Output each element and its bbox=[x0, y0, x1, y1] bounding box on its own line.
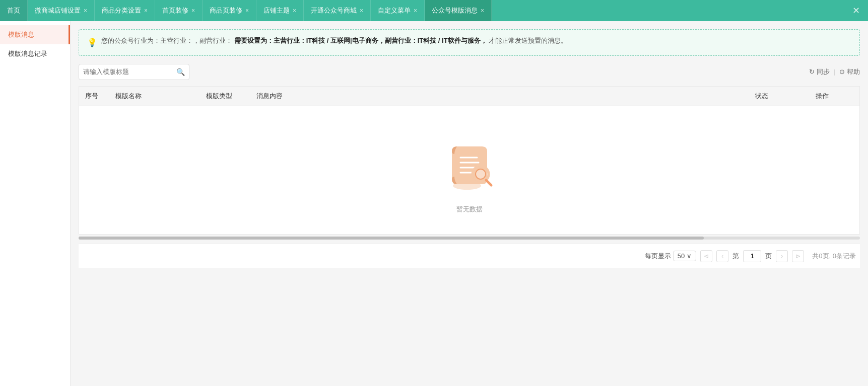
sync-button[interactable]: ↻ 同步 bbox=[809, 67, 830, 76]
empty-state-icon bbox=[439, 136, 500, 197]
tab-custom-menu-label: 自定义菜单 bbox=[378, 6, 411, 15]
scrollbar-thumb[interactable] bbox=[79, 237, 704, 240]
sidebar-item-template-message[interactable]: 模版消息 bbox=[0, 25, 70, 44]
next-page-button[interactable]: › bbox=[776, 250, 788, 262]
notice-text: 您的公众号行业为：主营行业：，副营行业： 需要设置为：主营行业：IT科技 / 互… bbox=[101, 36, 567, 46]
prev-page-button[interactable]: ‹ bbox=[716, 250, 728, 262]
tab-shop-settings[interactable]: 微商城店铺设置 × bbox=[28, 0, 95, 21]
tab-store-theme[interactable]: 店铺主题 × bbox=[256, 0, 304, 21]
col-type: 模版类型 bbox=[200, 86, 250, 106]
horizontal-scrollbar[interactable] bbox=[79, 237, 860, 242]
col-index: 序号 bbox=[79, 86, 109, 106]
table-empty-cell: 暂无数据 bbox=[79, 106, 860, 234]
tab-store-theme-close[interactable]: × bbox=[293, 7, 296, 14]
tab-open-wechat-mall-label: 开通公众号商城 bbox=[311, 6, 357, 15]
tab-category-settings[interactable]: 商品分类设置 × bbox=[95, 0, 155, 21]
tab-home-decoration-label: 首页装修 bbox=[162, 6, 188, 15]
tab-product-decoration-label: 商品页装修 bbox=[210, 6, 242, 15]
tab-category-settings-label: 商品分类设置 bbox=[102, 6, 141, 15]
search-input[interactable] bbox=[83, 68, 176, 75]
tab-home-label: 首页 bbox=[7, 6, 20, 15]
tab-bar: 首页 微商城店铺设置 × 商品分类设置 × 首页装修 × 商品页装修 × 店铺主… bbox=[0, 0, 868, 21]
help-button[interactable]: ⊙ 帮助 bbox=[839, 67, 860, 76]
tab-custom-menu-close[interactable]: × bbox=[414, 7, 417, 14]
sidebar: 模版消息 模版消息记录 bbox=[0, 21, 71, 386]
empty-text: 暂无数据 bbox=[456, 205, 483, 214]
data-table: 序号 模版名称 模版类型 消息内容 状态 操作 bbox=[79, 86, 860, 235]
page-suffix-label: 页 bbox=[765, 252, 772, 261]
tab-template-message[interactable]: 公众号模版消息 × bbox=[425, 0, 492, 21]
per-page-select: 每页显示 50 ∨ bbox=[645, 251, 696, 261]
table-empty-row: 暂无数据 bbox=[79, 106, 860, 234]
col-content: 消息内容 bbox=[250, 86, 749, 106]
toolbar-right: ↻ 同步 | ⊙ 帮助 bbox=[809, 67, 860, 76]
tab-open-wechat-mall[interactable]: 开通公众号商城 × bbox=[304, 0, 371, 21]
tab-template-message-close[interactable]: × bbox=[481, 7, 484, 14]
svg-point-8 bbox=[476, 169, 486, 179]
last-page-button[interactable]: ⊳ bbox=[792, 250, 804, 262]
tab-home-decoration[interactable]: 首页装修 × bbox=[155, 0, 203, 21]
tab-shop-settings-label: 微商城店铺设置 bbox=[35, 6, 81, 15]
per-page-chevron-icon: ∨ bbox=[687, 252, 692, 260]
tab-open-wechat-mall-close[interactable]: × bbox=[360, 7, 363, 14]
help-label: 帮助 bbox=[847, 67, 860, 76]
sidebar-item-template-message-log-label: 模版消息记录 bbox=[8, 50, 47, 57]
per-page-value: 50 bbox=[678, 252, 685, 260]
sync-icon: ↻ bbox=[809, 68, 815, 75]
notice-banner: 💡 您的公众号行业为：主营行业：，副营行业： 需要设置为：主营行业：IT科技 /… bbox=[79, 29, 860, 56]
search-icon[interactable]: 🔍 bbox=[176, 68, 185, 76]
tab-home-decoration-close[interactable]: × bbox=[191, 7, 195, 14]
tab-template-message-label: 公众号模版消息 bbox=[432, 6, 478, 15]
notice-suffix: 才能正常发送预置的消息。 bbox=[489, 37, 567, 44]
first-page-button[interactable]: ⊲ bbox=[700, 250, 712, 262]
scrollbar-track bbox=[79, 237, 860, 240]
per-page-label: 每页显示 bbox=[645, 252, 671, 261]
tab-category-settings-close[interactable]: × bbox=[144, 7, 148, 14]
empty-state: 暂无数据 bbox=[79, 106, 859, 234]
total-info: 共0页, 0条记录 bbox=[812, 252, 856, 261]
col-name: 模版名称 bbox=[109, 86, 200, 106]
tab-custom-menu[interactable]: 自定义菜单 × bbox=[371, 0, 425, 21]
current-page-input[interactable] bbox=[743, 250, 761, 262]
notice-prefix: 您的公众号行业为：主营行业：，副营行业： bbox=[101, 37, 232, 44]
page-prefix-label: 第 bbox=[732, 252, 739, 261]
sidebar-item-template-message-label: 模版消息 bbox=[8, 31, 34, 38]
sync-label: 同步 bbox=[817, 67, 830, 76]
pagination: 每页显示 50 ∨ ⊲ ‹ 第 页 › ⊳ 共0页, 0条记录 bbox=[79, 244, 860, 268]
help-icon: ⊙ bbox=[839, 68, 845, 75]
tab-product-decoration[interactable]: 商品页装修 × bbox=[203, 0, 256, 21]
table-header: 序号 模版名称 模版类型 消息内容 状态 操作 bbox=[79, 86, 860, 106]
notice-highlight: 需要设置为：主营行业：IT科技 / 互联网|电子商务，副营行业：IT科技 / I… bbox=[234, 37, 487, 44]
table-header-row: 序号 模版名称 模版类型 消息内容 状态 操作 bbox=[79, 86, 860, 106]
global-close-button[interactable]: ✕ bbox=[844, 5, 868, 16]
search-input-wrap[interactable]: 🔍 bbox=[79, 64, 189, 80]
sidebar-item-template-message-log[interactable]: 模版消息记录 bbox=[0, 44, 70, 63]
table-body: 暂无数据 bbox=[79, 106, 860, 234]
tab-store-theme-label: 店铺主题 bbox=[263, 6, 290, 15]
search-bar: 🔍 ↻ 同步 | ⊙ 帮助 bbox=[79, 64, 860, 80]
per-page-dropdown[interactable]: 50 ∨ bbox=[673, 251, 696, 261]
toolbar-divider: | bbox=[834, 68, 835, 75]
main-layout: 模版消息 模版消息记录 💡 您的公众号行业为：主营行业：，副营行业： 需要设置为… bbox=[0, 21, 868, 386]
tab-shop-settings-close[interactable]: × bbox=[84, 7, 87, 14]
tab-home[interactable]: 首页 bbox=[0, 0, 28, 21]
tab-product-decoration-close[interactable]: × bbox=[245, 7, 249, 14]
col-action: 操作 bbox=[810, 86, 860, 106]
notice-icon: 💡 bbox=[87, 36, 97, 49]
col-status: 状态 bbox=[749, 86, 810, 106]
svg-line-7 bbox=[486, 180, 491, 185]
content-area: 💡 您的公众号行业为：主营行业：，副营行业： 需要设置为：主营行业：IT科技 /… bbox=[71, 21, 868, 386]
